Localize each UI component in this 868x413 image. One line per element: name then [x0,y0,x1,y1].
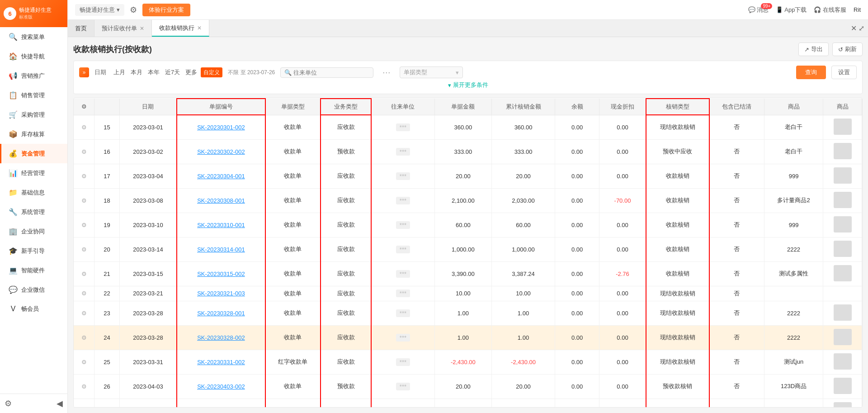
cell-settings[interactable]: ⚙ [74,213,94,237]
filter-this-year[interactable]: 本年 [146,67,161,77]
sidebar-item-finance[interactable]: 💰 资金管理 [0,144,67,163]
filter-collapse-button[interactable]: » [79,67,89,77]
doc-no-link[interactable]: SK-20230321-003 [197,290,245,297]
cell-settings[interactable]: ⚙ [74,261,94,286]
partner-filter-input[interactable] [293,69,369,76]
filter-custom-date-button[interactable]: 自定义 [201,67,222,77]
col-header-partner[interactable]: 往来单位 [371,99,434,115]
cell-settings[interactable]: ⚙ [74,139,94,164]
col-header-doc-no[interactable]: 单据编号 [177,99,265,115]
cell-settings[interactable]: ⚙ [74,286,94,301]
cell-settings[interactable]: ⚙ [74,350,94,374]
sidebar-collapse-icon[interactable]: ◀ [57,399,63,408]
cell-no: 15 [94,115,120,139]
sidebar-item-sales[interactable]: 📋 销售管理 [0,85,67,105]
col-header-settings[interactable]: ⚙ [74,99,94,115]
col-header-accum[interactable]: 累计核销金额 [491,99,555,115]
row-settings-icon[interactable]: ⚙ [81,222,87,228]
sidebar-item-inventory[interactable]: 📦 库存核算 [0,124,67,144]
row-settings-icon[interactable]: ⚙ [81,148,87,155]
sidebar-item-wechat[interactable]: 💬 企业微信 [0,280,67,299]
tab-close-all-button[interactable]: ✕ [851,24,857,33]
sidebar-item-quicknav[interactable]: 🏠 快捷导航 [0,47,67,66]
doc-no-link[interactable]: SK-20230315-002 [197,271,245,277]
cell-settings[interactable]: ⚙ [74,399,94,408]
doc-no-link[interactable]: SK-20230403-002 [197,383,245,390]
filter-last-7days[interactable]: 近7天 [163,67,182,77]
doc-no-link[interactable]: SK-20230301-002 [197,124,245,131]
message-button[interactable]: 💬 消息 99+ [748,6,769,14]
row-settings-icon[interactable]: ⚙ [81,408,87,408]
tab-cancel[interactable]: 收款核销执行 ✕ [152,20,209,37]
col-header-balance[interactable]: 余额 [555,99,599,115]
sidebar-item-hardware[interactable]: 💻 智能硬件 [0,261,67,280]
filter-this-month[interactable]: 本月 [129,67,144,77]
row-settings-icon[interactable]: ⚙ [81,173,87,180]
sidebar-item-basic[interactable]: 📁 基础信息 [0,183,67,202]
filter-last-month[interactable]: 上月 [112,67,127,77]
cell-settings[interactable]: ⚙ [74,188,94,213]
col-header-goods[interactable]: 商品 [764,99,823,115]
app-download-button[interactable]: 📱 App下载 [776,6,807,14]
col-header-goods2[interactable]: 商品 [823,99,862,115]
doc-no-link[interactable]: SK-20230308-001 [197,197,245,204]
sidebar-item-search[interactable]: 🔍 搜索菜单 [0,27,67,47]
cell-settings[interactable]: ⚙ [74,374,94,399]
doc-no-link[interactable]: SK-20230302-002 [197,148,245,155]
row-settings-icon[interactable]: ⚙ [81,290,87,297]
doc-no-link[interactable]: SK-20230328-001 [197,310,245,317]
cell-partner: *** [371,188,434,213]
sidebar-item-marketing[interactable]: 📢 营销推广 [0,66,67,85]
row-settings-icon[interactable]: ⚙ [81,383,87,390]
tab-home[interactable]: 首页 [68,20,94,37]
user-name[interactable]: Rit [854,6,861,13]
col-header-amount[interactable]: 单据金额 [434,99,491,115]
cell-settings[interactable]: ⚙ [74,301,94,325]
tab-maximize-button[interactable]: ⤢ [859,24,864,33]
customer-service-button[interactable]: 🎧 在线客服 [814,6,846,14]
row-settings-icon[interactable]: ⚙ [81,359,87,366]
row-settings-icon[interactable]: ⚙ [81,310,87,317]
row-settings-icon[interactable]: ⚙ [81,334,87,341]
doc-no-link[interactable]: SK-20230408-001 [197,408,245,408]
doc-no-link[interactable]: SK-20230331-002 [197,359,245,366]
sidebar-settings-icon[interactable]: ⚙ [5,399,12,408]
sidebar-item-purchase[interactable]: 🛒 采购管理 [0,105,67,124]
row-settings-icon[interactable]: ⚙ [81,124,87,131]
doc-no-link[interactable]: SK-20230310-001 [197,222,245,228]
sidebar-item-operation[interactable]: 📊 经营管理 [0,163,67,183]
sidebar-item-system[interactable]: 🔧 系统管理 [0,202,67,222]
query-button[interactable]: 查询 [796,66,826,79]
filter-expand-button[interactable]: ▾ 展开更多条件 [79,81,857,89]
tab-receivable-close[interactable]: ✕ [140,25,144,32]
doc-no-link[interactable]: SK-20230328-002 [197,334,245,341]
col-header-date[interactable]: 日期 [120,99,177,115]
sidebar-item-newbie[interactable]: 🎓 新手引导 [0,241,67,261]
doc-type-filter-wrap[interactable]: 单据类型 ▾ [400,66,463,78]
cell-settings[interactable]: ⚙ [74,115,94,139]
col-header-discount[interactable]: 现金折扣 [599,99,646,115]
tab-receivable[interactable]: 预计应收付单 ✕ [94,20,152,37]
col-header-cancel-type[interactable]: 核销类型 [646,99,709,115]
doc-no-link[interactable]: SK-20230314-001 [197,246,245,253]
doc-no-link[interactable]: SK-20230304-001 [197,173,245,180]
sidebar-item-member[interactable]: V 畅会员 [0,299,67,318]
row-settings-icon[interactable]: ⚙ [81,246,87,253]
col-header-include-settled[interactable]: 包含已结清 [709,99,764,115]
industry-solution-button[interactable]: 体验行业方案 [142,4,190,16]
tab-cancel-close[interactable]: ✕ [197,25,202,31]
row-settings-icon[interactable]: ⚙ [81,271,87,277]
cell-settings[interactable]: ⚙ [74,237,94,261]
topbar-settings-button[interactable]: ⚙ [130,5,137,15]
topbar-dropdown[interactable]: 畅捷通好生意 ▾ [75,4,124,16]
col-header-biz-type[interactable]: 业务类型 [321,99,371,115]
filter-more-dates[interactable]: 更多 [184,67,199,77]
col-header-doc-type[interactable]: 单据类型 [265,99,321,115]
cell-settings[interactable]: ⚙ [74,325,94,350]
sidebar-item-corp[interactable]: 🏢 企业协同 [0,222,67,241]
settings-button[interactable]: 设置 [831,66,857,79]
export-button[interactable]: ↗ 导出 [798,43,829,56]
refresh-button[interactable]: ↺ 刷新 [832,43,863,56]
row-settings-icon[interactable]: ⚙ [81,197,87,204]
cell-settings[interactable]: ⚙ [74,164,94,188]
